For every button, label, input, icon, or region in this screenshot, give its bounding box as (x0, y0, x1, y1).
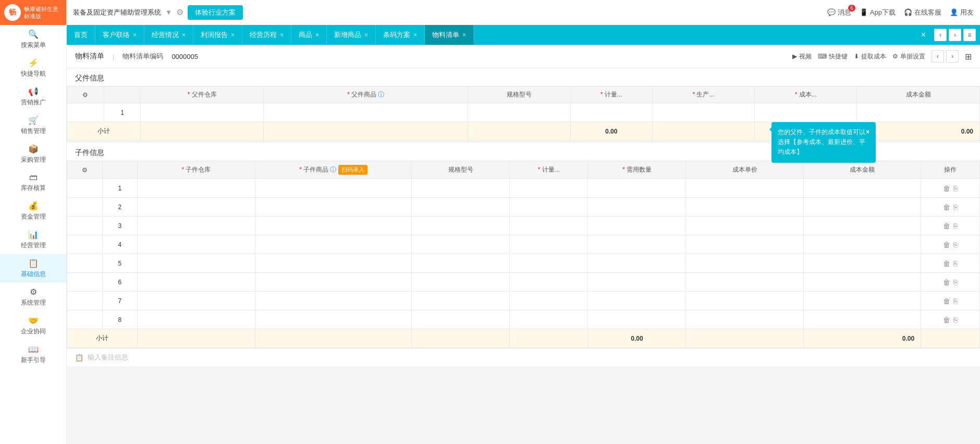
global-close-button[interactable]: × (915, 30, 932, 40)
settings-topbar-icon[interactable]: ⚙ (176, 7, 183, 17)
tab-operation-status[interactable]: 经营情况 × (144, 25, 193, 45)
user-item[interactable]: 👤 用友 (950, 8, 974, 17)
page-prev-arrow[interactable]: ‹ (932, 50, 944, 63)
child-row-spec[interactable] (412, 198, 510, 217)
copy-icon[interactable]: ⎘ (953, 297, 958, 305)
delete-icon[interactable]: 🗑 (943, 241, 950, 249)
delete-icon[interactable]: 🗑 (943, 316, 950, 324)
sidebar-item-basic-info[interactable]: 📋 基础信息 (0, 254, 66, 283)
tab-close-profit-report[interactable]: × (231, 31, 235, 39)
child-row-spec[interactable] (412, 254, 510, 273)
child-row-unitcost[interactable] (686, 273, 803, 292)
child-row-unit[interactable] (510, 310, 588, 329)
tab-menu-arrow[interactable]: ≡ (963, 29, 976, 41)
child-row-product[interactable] (255, 310, 412, 329)
sidebar-item-search[interactable]: 🔍 搜索菜单 (0, 25, 66, 54)
child-row-product[interactable] (255, 198, 412, 217)
toolbar-single-settings[interactable]: ⚙ 单据设置 (892, 52, 925, 61)
child-row-unit[interactable] (510, 198, 588, 217)
child-row-product[interactable] (255, 217, 412, 235)
child-row-qty[interactable] (588, 235, 686, 254)
child-row-spec[interactable] (412, 273, 510, 292)
sidebar-item-purchase[interactable]: 📦 采购管理 (0, 140, 66, 169)
message-item[interactable]: 💬 消息 6 (827, 8, 851, 17)
child-row-spec[interactable] (412, 235, 510, 254)
child-row-product[interactable] (255, 292, 412, 310)
grid-view-icon[interactable]: ⊞ (965, 52, 972, 62)
app-download-item[interactable]: 📱 App下载 (860, 8, 896, 17)
tab-close-operation-status[interactable]: × (182, 31, 186, 39)
copy-icon[interactable]: ⎘ (953, 316, 958, 324)
tab-home[interactable]: 首页 (67, 25, 95, 45)
delete-icon[interactable]: 🗑 (943, 222, 950, 230)
child-row-product[interactable] (255, 273, 412, 292)
child-row-warehouse[interactable] (138, 292, 255, 310)
child-row-product[interactable] (255, 235, 412, 254)
child-row-warehouse[interactable] (138, 254, 255, 273)
delete-icon[interactable]: 🗑 (943, 203, 950, 211)
child-row-qty[interactable] (588, 254, 686, 273)
child-row-warehouse[interactable] (138, 179, 255, 198)
child-row-qty[interactable] (588, 273, 686, 292)
toolbar-shortcut[interactable]: ⌨ 快捷键 (818, 52, 848, 61)
delete-icon[interactable]: 🗑 (943, 184, 950, 193)
delete-icon[interactable]: 🗑 (943, 297, 950, 305)
child-col-settings[interactable]: ⚙ (67, 161, 103, 179)
tab-customer[interactable]: 客户联络 × (95, 25, 144, 45)
parent-row-spec[interactable] (468, 103, 570, 122)
child-row-warehouse[interactable] (138, 235, 255, 254)
tab-close-customer[interactable]: × (133, 31, 137, 39)
copy-icon[interactable]: ⎘ (953, 259, 958, 268)
parent-row-production[interactable] (652, 103, 754, 122)
child-row-warehouse[interactable] (138, 198, 255, 217)
copy-icon[interactable]: ⎘ (953, 203, 958, 211)
parent-col-settings[interactable]: ⚙ (67, 87, 104, 103)
parent-row-cost[interactable] (755, 103, 857, 122)
copy-icon[interactable]: ⎘ (953, 241, 958, 249)
child-row-unitcost[interactable] (686, 254, 803, 273)
tab-new-goods[interactable]: 新增商品 × (327, 25, 376, 45)
sidebar-item-operation[interactable]: 📊 经营管理 (0, 225, 66, 254)
child-row-unitcost[interactable] (686, 235, 803, 254)
child-row-unit[interactable] (510, 292, 588, 310)
tab-close-operation-history[interactable]: × (280, 31, 284, 39)
child-row-unit[interactable] (510, 254, 588, 273)
copy-icon[interactable]: ⎘ (953, 278, 958, 286)
sidebar-item-quick-nav[interactable]: ⚡ 快捷导航 (0, 54, 66, 82)
child-row-qty[interactable] (588, 179, 686, 198)
delete-icon[interactable]: 🗑 (943, 278, 950, 286)
child-row-unitcost[interactable] (686, 198, 803, 217)
parent-row-warehouse[interactable] (141, 103, 264, 122)
toolbar-view[interactable]: ▶ 视频 (792, 52, 812, 61)
sidebar-item-finance[interactable]: 💰 资金管理 (0, 197, 66, 225)
child-row-unitcost[interactable] (686, 217, 803, 235)
child-row-unitcost[interactable] (686, 310, 803, 329)
child-row-qty[interactable] (588, 292, 686, 310)
child-row-qty[interactable] (588, 217, 686, 235)
copy-icon[interactable]: ⎘ (953, 184, 958, 193)
child-row-spec[interactable] (412, 292, 510, 310)
child-row-spec[interactable] (412, 217, 510, 235)
parent-row-unit[interactable] (570, 103, 652, 122)
delete-icon[interactable]: 🗑 (943, 259, 950, 268)
child-row-qty[interactable] (588, 310, 686, 329)
child-row-product[interactable] (255, 254, 412, 273)
child-row-qty[interactable] (588, 198, 686, 217)
tab-close-bom[interactable]: × (462, 31, 466, 39)
note-placeholder[interactable]: 输入备注信息 (88, 353, 128, 362)
child-row-warehouse[interactable] (138, 310, 255, 329)
tab-close-barcode[interactable]: × (413, 31, 417, 39)
page-next-arrow[interactable]: › (946, 50, 959, 63)
tab-close-goods[interactable]: × (315, 31, 319, 39)
child-row-unitcost[interactable] (686, 179, 803, 198)
child-row-product[interactable] (255, 179, 412, 198)
sidebar-item-guide[interactable]: 📖 新手引导 (0, 340, 66, 369)
child-row-spec[interactable] (412, 179, 510, 198)
tab-operation-history[interactable]: 经营历程 × (242, 25, 291, 45)
child-row-warehouse[interactable] (138, 273, 255, 292)
child-row-spec[interactable] (412, 310, 510, 329)
trial-button[interactable]: 体验行业方案 (188, 5, 243, 20)
sidebar-item-marketing[interactable]: 📢 营销推广 (0, 82, 66, 111)
child-row-unitcost[interactable] (686, 292, 803, 310)
tab-close-new-goods[interactable]: × (364, 31, 368, 39)
